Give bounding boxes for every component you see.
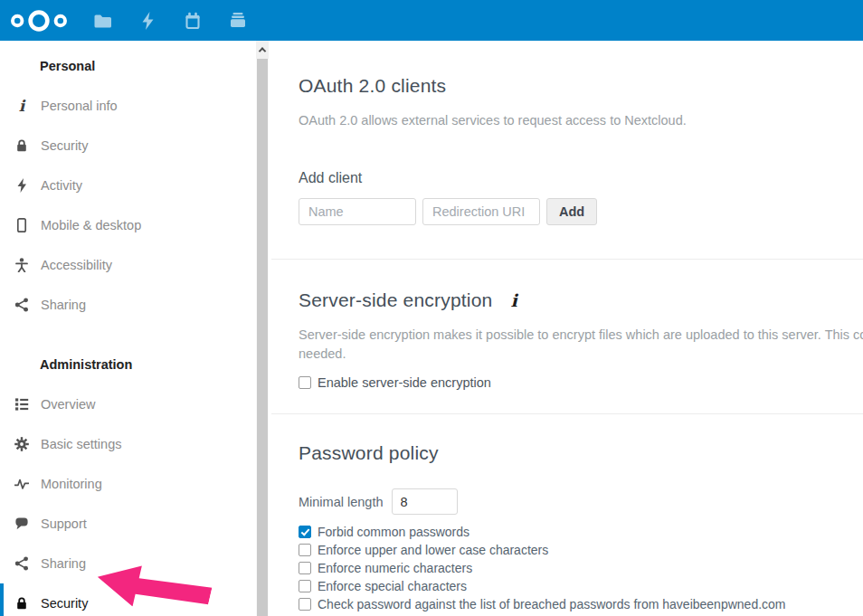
enforce-numeric-row[interactable]: Enforce numeric characters — [299, 559, 472, 577]
password-policy-section: Password policy Minimal length Forbid co… — [271, 414, 863, 616]
settings-content: OAuth 2.0 clients OAuth 2.0 allows exter… — [271, 41, 863, 616]
sidebar-item-activity[interactable]: Activity — [0, 166, 271, 205]
lightning-icon — [139, 12, 156, 30]
sidebar-item-sharing-admin[interactable]: Sharing — [0, 544, 271, 583]
enable-encryption-row[interactable]: Enable server-side encryption — [299, 375, 491, 390]
sidebar-item-support[interactable]: Support — [0, 504, 271, 544]
scroll-up-button[interactable] — [256, 41, 269, 59]
enforce-upper-lower-row[interactable]: Enforce upper and lower case characters — [299, 541, 548, 559]
deck-icon — [229, 12, 247, 29]
sidebar-item-overview[interactable]: Overview — [0, 384, 271, 424]
top-bar — [0, 0, 863, 41]
nextcloud-logo[interactable] — [7, 0, 71, 41]
activity-app-button[interactable] — [125, 0, 170, 41]
lightning-icon — [14, 178, 29, 193]
minimal-length-input[interactable] — [392, 488, 458, 515]
list-icon — [14, 397, 29, 412]
chevron-up-icon — [259, 47, 266, 54]
settings-sidebar: Personal i Personal info Security — [0, 41, 271, 616]
accessibility-icon — [14, 258, 29, 272]
lock-icon — [14, 596, 29, 611]
check-hibp-row[interactable]: Check password against the list of breac… — [299, 595, 786, 613]
oauth-section: OAuth 2.0 clients OAuth 2.0 allows exter… — [271, 41, 863, 260]
sidebar-item-sharing-personal[interactable]: Sharing — [0, 285, 271, 325]
deck-app-button[interactable] — [215, 0, 261, 41]
add-client-form: Add — [299, 198, 863, 225]
phone-icon — [14, 218, 29, 232]
sidebar-section-personal: Personal — [0, 46, 271, 86]
minimal-length-row: Minimal length — [299, 488, 863, 515]
enforce-numeric-checkbox[interactable] — [299, 562, 311, 574]
oauth-title: OAuth 2.0 clients — [299, 75, 863, 97]
share-icon — [14, 298, 29, 312]
info-icon: i — [14, 99, 29, 113]
gear-icon — [14, 437, 29, 451]
sidebar-item-personal-info[interactable]: i Personal info — [0, 86, 271, 126]
encryption-section: Server-side encryption i Server-side enc… — [271, 260, 863, 414]
forbid-common-passwords-checkbox[interactable] — [299, 526, 311, 538]
sidebar-section-administration: Administration — [0, 345, 271, 384]
client-name-input[interactable] — [299, 198, 416, 225]
enable-encryption-checkbox[interactable] — [299, 376, 311, 389]
oauth-description: OAuth 2.0 allows external services to re… — [299, 111, 863, 130]
encryption-description-line2: needed. — [299, 345, 863, 364]
sidebar-item-accessibility[interactable]: Accessibility — [0, 245, 271, 285]
encryption-title: Server-side encryption — [299, 289, 493, 311]
chat-icon — [14, 516, 29, 531]
enforce-upper-lower-checkbox[interactable] — [299, 544, 311, 556]
enforce-special-checkbox[interactable] — [299, 580, 311, 592]
lock-icon — [14, 138, 29, 153]
password-policy-title: Password policy — [299, 442, 863, 464]
sidebar-item-security-personal[interactable]: Security — [0, 126, 271, 166]
enable-encryption-label: Enable server-side encryption — [318, 375, 491, 390]
policy-checkbox-list: Forbid common passwords Enforce upper an… — [299, 523, 863, 613]
sidebar-item-basic-settings[interactable]: Basic settings — [0, 424, 271, 464]
check-hibp-checkbox[interactable] — [299, 598, 311, 611]
minimal-length-label: Minimal length — [299, 495, 384, 509]
add-client-heading: Add client — [299, 170, 863, 186]
enforce-special-row[interactable]: Enforce special characters — [299, 577, 467, 595]
info-icon[interactable]: i — [511, 290, 517, 310]
sidebar-item-security-admin[interactable]: Security — [0, 583, 271, 616]
sidebar-scrollbar[interactable] — [256, 41, 269, 616]
add-client-button[interactable]: Add — [546, 198, 597, 225]
calendar-icon — [184, 12, 202, 30]
scrollbar-thumb[interactable] — [257, 59, 268, 616]
calendar-app-button[interactable] — [170, 0, 215, 41]
forbid-common-passwords-row[interactable]: Forbid common passwords — [299, 523, 469, 541]
sidebar-item-mobile-desktop[interactable]: Mobile & desktop — [0, 205, 271, 245]
folder-icon — [93, 12, 112, 29]
sidebar-item-monitoring[interactable]: Monitoring — [0, 464, 271, 504]
pulse-icon — [14, 477, 29, 491]
encryption-description-line1: Server-side encryption makes it possible… — [299, 326, 863, 345]
nextcloud-security-settings-page: Personal i Personal info Security — [0, 0, 863, 616]
app-menu — [80, 0, 261, 41]
nextcloud-logo-icon — [8, 8, 70, 33]
redirection-uri-input[interactable] — [422, 198, 540, 225]
share-icon — [14, 556, 29, 571]
files-app-button[interactable] — [80, 0, 125, 41]
